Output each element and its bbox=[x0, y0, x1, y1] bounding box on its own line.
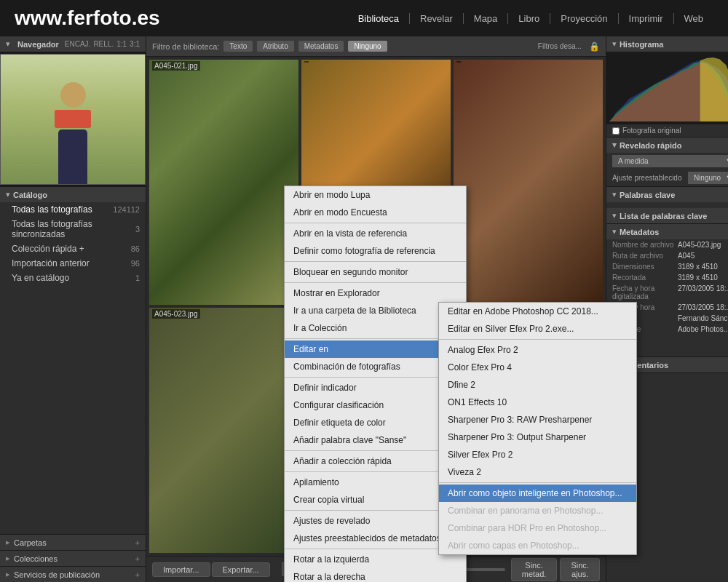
sub-sharpener-output[interactable]: Sharpener Pro 3: Output Sharpener bbox=[439, 428, 636, 446]
context-menu-overlay: Abrir en modo Lupa Abrir en modo Encuest… bbox=[0, 0, 728, 582]
cm-bloquear[interactable]: Bloquear en segundo monitor bbox=[285, 263, 466, 281]
cm-sep-3 bbox=[285, 282, 466, 283]
sub-silver-efex[interactable]: Silver Efex Pro 2 bbox=[439, 446, 636, 463]
sub-silver-efex-exe[interactable]: Editar en Silver Efex Pro 2.exe... bbox=[439, 320, 636, 338]
sub-sep-2 bbox=[439, 482, 636, 483]
cm-rotar-der[interactable]: Rotar a la derecha bbox=[285, 568, 466, 582]
cm-mostrar[interactable]: Mostrar en Explorador bbox=[285, 284, 466, 302]
sub-sep-1 bbox=[439, 339, 636, 340]
cm-sep-2 bbox=[285, 261, 466, 262]
cm-abrir-lupa[interactable]: Abrir en modo Lupa bbox=[285, 186, 466, 204]
sub-color-efex[interactable]: Color Efex Pro 4 bbox=[439, 359, 636, 376]
sub-objeto-inteligente[interactable]: Abrir como objeto inteligente en Photosh… bbox=[439, 485, 636, 502]
sub-abrir-capas: Abrir como capas en Photoshop... bbox=[439, 537, 636, 554]
sub-photoshop[interactable]: Editar en Adobe Photoshop CC 2018... bbox=[439, 303, 636, 320]
sub-sharpener-raw[interactable]: Sharpener Pro 3: RAW Presharpener bbox=[439, 411, 636, 428]
cm-abrir-encuesta[interactable]: Abrir en modo Encuesta bbox=[285, 204, 466, 221]
cm-abrir-referencia[interactable]: Abrir en la vista de referencia bbox=[285, 225, 466, 242]
editar-en-submenu: Editar en Adobe Photoshop CC 2018... Edi… bbox=[438, 302, 637, 555]
sub-combinar-panorama: Combinar en panorama en Photoshop... bbox=[439, 502, 636, 519]
sub-combinar-hdr: Combinar para HDR Pro en Photoshop... bbox=[439, 519, 636, 537]
cm-sep-1 bbox=[285, 223, 466, 223]
sub-dfine[interactable]: Dfine 2 bbox=[439, 376, 636, 394]
cm-definir-referencia[interactable]: Definir como fotografía de referencia bbox=[285, 242, 466, 260]
sub-on1-effects[interactable]: ON1 Effects 10 bbox=[439, 394, 636, 411]
sub-analog-efex[interactable]: Analog Efex Pro 2 bbox=[439, 341, 636, 359]
sub-viveza[interactable]: Viveza 2 bbox=[439, 463, 636, 481]
